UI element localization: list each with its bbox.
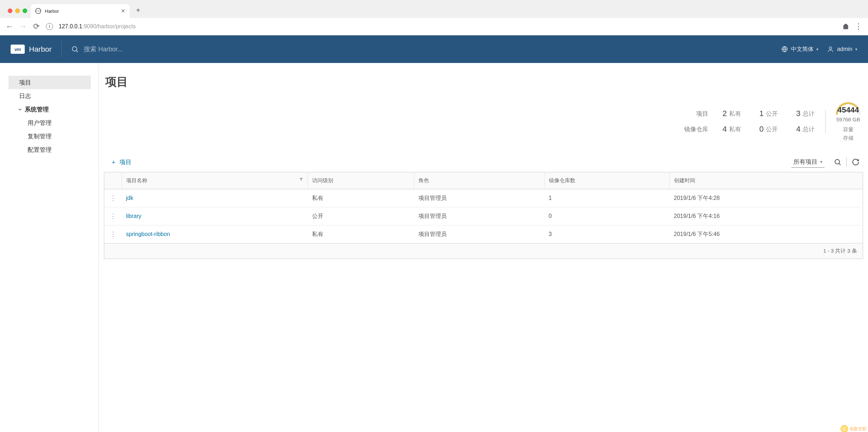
th-access[interactable]: 访问级别 <box>308 172 414 189</box>
browser-toolbar: ← → ⟳ i 127.0.0.1:9090/harbor/projects ⋮ <box>0 18 868 35</box>
th-name[interactable]: 项目名称 <box>122 172 308 189</box>
row-menu-icon[interactable]: ⋮ <box>110 231 116 238</box>
row-menu-icon[interactable]: ⋮ <box>110 213 116 220</box>
stat-repo-public: 0 <box>760 125 764 134</box>
cell-repos: 1 <box>544 189 669 207</box>
th-created[interactable]: 创建时间 <box>670 172 863 189</box>
sidebar-label: 用户管理 <box>28 119 52 127</box>
tab-favicon-icon <box>35 8 41 14</box>
sidebar-label: 日志 <box>19 92 31 100</box>
storage-used: 45444 <box>834 105 862 115</box>
window-controls <box>4 8 31 18</box>
window-maximize-icon[interactable] <box>23 8 27 13</box>
svg-point-4 <box>829 47 832 49</box>
search-input[interactable] <box>84 46 190 53</box>
browser-tab[interactable]: Harbor ✕ <box>31 4 130 18</box>
url-text[interactable]: 127.0.0.1:9090/harbor/projects <box>59 23 837 30</box>
sidebar-item-logs[interactable]: 日志 <box>8 89 91 103</box>
storage-gauge: 45444 <box>834 100 862 116</box>
sidebar-item-admin[interactable]: 系统管理 <box>8 103 91 116</box>
stat-public-label: 公开 <box>766 110 778 118</box>
new-project-button[interactable]: ＋ 项目 <box>105 158 131 166</box>
cell-access: 私有 <box>308 225 414 243</box>
app-header: vm Harbor 中文简体 ▾ admin ▾ <box>0 35 868 63</box>
brand[interactable]: vm Harbor <box>0 45 61 54</box>
language-label: 中文简体 <box>791 46 814 53</box>
svg-point-5 <box>835 160 840 164</box>
tab-close-icon[interactable]: ✕ <box>121 8 125 14</box>
user-icon <box>827 46 834 53</box>
sidebar-item-projects[interactable]: 项目 <box>8 76 91 89</box>
sidebar-label: 复制管理 <box>28 132 52 140</box>
th-repos[interactable]: 镜像仓库数 <box>544 172 669 189</box>
row-menu-icon[interactable]: ⋮ <box>110 195 116 202</box>
stat-col-total: 3总计 4总计 <box>787 106 824 137</box>
main-content: 项目 项目 镜像仓库 2私有 4私有 1公开 0公开 3总计 4总计 <box>99 63 868 432</box>
sidebar-item-config[interactable]: 配置管理 <box>8 143 91 156</box>
refresh-icon[interactable] <box>852 158 860 166</box>
user-menu[interactable]: admin ▾ <box>827 46 857 53</box>
chevron-down-icon: ▾ <box>816 47 819 52</box>
filter-icon[interactable] <box>299 177 303 182</box>
stat-repo-total: 4 <box>796 125 800 134</box>
th-role-label: 角色 <box>418 177 429 183</box>
stat-repo-private: 4 <box>722 125 727 134</box>
cell-name[interactable]: library <box>122 207 308 225</box>
svg-point-1 <box>72 47 77 51</box>
th-repos-label: 镜像仓库数 <box>549 177 575 183</box>
filter-dropdown[interactable]: 所有项目 ▾ <box>791 156 825 168</box>
search-icon[interactable] <box>834 158 841 166</box>
nav-reload-icon[interactable]: ⟳ <box>33 22 40 31</box>
th-name-label: 项目名称 <box>126 177 147 183</box>
storage-labels: 容量 存储 <box>834 125 862 142</box>
stat-total-label: 总计 <box>803 110 815 118</box>
browser-chrome: Harbor ✕ + ← → ⟳ i 127.0.0.1:9090/harbor… <box>0 0 868 35</box>
nav-forward-icon[interactable]: → <box>19 22 27 31</box>
brand-name: Harbor <box>29 45 52 53</box>
stats-row-labels: 项目 镜像仓库 <box>684 106 713 137</box>
cell-created: 2019/1/6 下午4:16 <box>670 207 863 225</box>
th-access-label: 访问级别 <box>312 177 333 183</box>
url-host: 127.0.0.1 <box>59 23 82 29</box>
watermark-text: 创新互联 <box>850 426 867 432</box>
tab-title: Harbor <box>45 8 117 14</box>
new-tab-button[interactable]: + <box>130 6 145 18</box>
site-info-icon[interactable]: i <box>46 23 53 30</box>
table-body: ⋮ jdk 私有 项目管理员 1 2019/1/6 下午4:28 ⋮ libra… <box>104 189 863 243</box>
app-body: 项目 日志 系统管理 用户管理 复制管理 配置管理 项目 项目 镜像仓库 2私有… <box>0 63 868 432</box>
header-right: 中文简体 ▾ admin ▾ <box>781 46 868 53</box>
sidebar-label: 配置管理 <box>28 146 52 154</box>
storage-label-1: 容量 <box>834 125 862 134</box>
window-minimize-icon[interactable] <box>15 8 20 13</box>
extension-icon[interactable] <box>843 23 849 30</box>
cell-created: 2019/1/6 下午5:46 <box>670 225 863 243</box>
window-close-icon[interactable] <box>8 8 12 13</box>
nav-back-icon[interactable]: ← <box>6 22 13 31</box>
stat-public-label: 公开 <box>766 125 778 133</box>
th-role[interactable]: 角色 <box>414 172 544 189</box>
cell-name[interactable]: springboot-ribbon <box>122 225 308 243</box>
browser-tab-bar: Harbor ✕ + <box>0 0 868 18</box>
sidebar-item-replication[interactable]: 复制管理 <box>8 129 91 143</box>
sidebar-label: 项目 <box>19 79 31 87</box>
storage-label-2: 存储 <box>834 134 862 142</box>
th-created-label: 创建时间 <box>674 177 695 183</box>
storage-block: 45444 59768 GB 容量 存储 <box>827 100 862 142</box>
language-selector[interactable]: 中文简体 ▾ <box>781 46 819 53</box>
url-path: :9090/harbor/projects <box>82 23 136 29</box>
table-footer: 1 - 3 共计 3 条 <box>104 243 863 259</box>
filter-dropdown-label: 所有项目 <box>793 158 817 166</box>
table-row: ⋮ jdk 私有 项目管理员 1 2019/1/6 下午4:28 <box>104 189 863 207</box>
page-title: 项目 <box>105 74 863 90</box>
th-actions <box>104 172 122 189</box>
projects-table: 项目名称 访问级别 角色 镜像仓库数 创建时间 ⋮ jdk 私有 项目管理员 1… <box>104 172 863 243</box>
cell-name[interactable]: jdk <box>122 189 308 207</box>
storage-total: 59768 GB <box>834 116 862 122</box>
cell-repos: 0 <box>544 207 669 225</box>
sidebar-item-users[interactable]: 用户管理 <box>8 116 91 129</box>
stats-divider <box>825 110 826 133</box>
stat-col-private: 2私有 4私有 <box>713 106 750 137</box>
browser-menu-icon[interactable]: ⋮ <box>855 22 862 31</box>
globe-icon <box>781 46 788 53</box>
search-icon <box>71 45 79 53</box>
